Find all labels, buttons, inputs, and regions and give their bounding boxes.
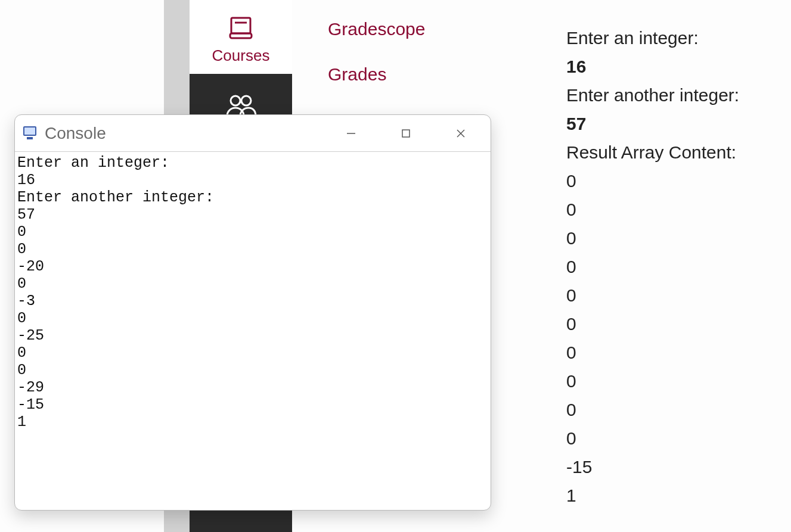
expected-array-item: 0 — [566, 253, 781, 281]
expected-array-item: 1 — [566, 481, 781, 510]
expected-array-item: -15 — [566, 453, 781, 481]
sidebar-item-label: Courses — [212, 46, 270, 65]
expected-val-1: 16 — [566, 52, 781, 81]
maximize-icon — [401, 128, 411, 139]
minimize-icon — [346, 128, 356, 139]
expected-val-2: 57 — [566, 110, 781, 138]
expected-array-item: 0 — [566, 396, 781, 424]
expected-prompt-1: Enter an integer: — [566, 24, 781, 52]
expected-output-panel: Enter an integer: 16 Enter another integ… — [566, 24, 781, 510]
svg-point-4 — [241, 96, 251, 105]
svg-rect-0 — [231, 18, 250, 33]
nav-link-gradescope[interactable]: Gradescope — [328, 19, 495, 39]
course-nav-links: Discussions Gradescope Grades — [328, 0, 495, 85]
sidebar-item-courses[interactable]: Courses — [190, 0, 292, 74]
console-window: Console Enter an integer: 16 Enter anoth… — [14, 114, 491, 511]
console-icon — [22, 126, 39, 141]
expected-array-item: 0 — [566, 195, 781, 224]
close-button[interactable] — [433, 116, 488, 151]
nav-link-grades[interactable]: Grades — [328, 64, 495, 85]
expected-array-item: 0 — [566, 338, 781, 367]
svg-point-3 — [231, 96, 240, 105]
expected-array-item: 0 — [566, 224, 781, 253]
svg-rect-6 — [402, 130, 410, 137]
expected-array-item: 0 — [566, 310, 781, 338]
expected-array-item: 0 — [566, 281, 781, 310]
console-output[interactable]: Enter an integer: 16 Enter another integ… — [15, 152, 491, 510]
expected-array-item: 0 — [566, 167, 781, 195]
maximize-button[interactable] — [379, 116, 433, 151]
expected-prompt-2: Enter another integer: — [566, 81, 781, 110]
minimize-button[interactable] — [324, 116, 379, 151]
book-icon — [227, 15, 255, 43]
expected-array-item: 0 — [566, 424, 781, 453]
svg-rect-2 — [230, 33, 252, 38]
expected-array-item: 0 — [566, 367, 781, 396]
close-icon — [455, 128, 466, 139]
console-title-text: Console — [45, 124, 106, 143]
console-titlebar[interactable]: Console — [15, 115, 491, 152]
expected-array-header: Result Array Content: — [566, 138, 781, 167]
